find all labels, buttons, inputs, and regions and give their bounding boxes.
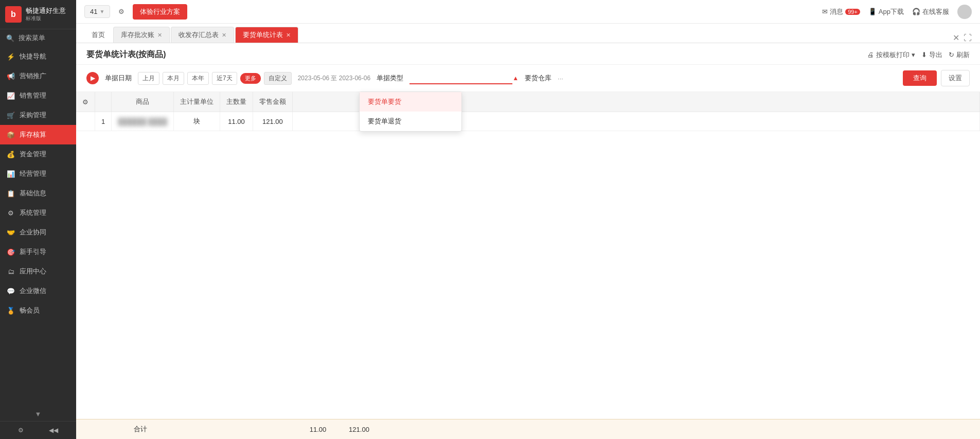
date-more-btn[interactable]: 更多 xyxy=(240,73,261,84)
filter-right-actions: 查询 设置 xyxy=(903,70,970,86)
tab-receipt-summary[interactable]: 收发存汇总表 ✕ xyxy=(171,27,234,43)
topbar-right: ✉ 消息 99+ 📱 App下载 🎧 在线客服 xyxy=(822,5,972,19)
date-last-month-btn[interactable]: 上月 xyxy=(138,72,159,85)
date-filter-group: 上月 本月 本年 近7天 更多 自定义 xyxy=(138,72,292,85)
sidebar-item-enterprise[interactable]: 🤝 企业协同 xyxy=(0,223,76,242)
export-btn[interactable]: ⬇ 导出 xyxy=(921,50,942,60)
sidebar-item-wechat[interactable]: 💬 企业微信 xyxy=(0,281,76,301)
marketing-icon: 📢 xyxy=(6,71,15,81)
date-range-display: 2023-05-06 至 2023-06-06 xyxy=(298,74,370,83)
td-goods: ██████ ████ xyxy=(112,112,174,131)
messages-label: 消息 xyxy=(830,7,843,16)
dropdown-item-order-goods[interactable]: 要货单要货 xyxy=(360,92,461,112)
td-qty: 11.00 xyxy=(220,112,253,131)
sidebar-search[interactable]: 🔍 搜索菜单 xyxy=(0,29,76,47)
topbar-left: 41 ▼ ⚙ 体验行业方案 xyxy=(84,4,814,20)
sidebar-item-finance[interactable]: 💰 资金管理 xyxy=(0,144,76,164)
sidebar-item-operation[interactable]: 📊 经营管理 xyxy=(0,164,76,184)
tab-close-icon[interactable]: ✕ xyxy=(157,32,162,39)
tab-order-stats-label: 要货单统计表 xyxy=(243,30,283,40)
type-filter-input[interactable] xyxy=(409,72,512,84)
gear-icon: ⚙ xyxy=(18,427,24,434)
app-download-label: App下载 xyxy=(879,7,904,16)
sidebar-item-inventory[interactable]: 📦 库存核算 xyxy=(0,125,76,144)
sidebar-item-basic[interactable]: 📋 基础信息 xyxy=(0,184,76,203)
sidebar-item-label: 资金管理 xyxy=(20,150,46,159)
sidebar-collapse-btn[interactable]: ◀◀ xyxy=(49,427,58,434)
headset-icon: 🎧 xyxy=(912,8,920,15)
tab-inventory-batch[interactable]: 库存批次账 ✕ xyxy=(113,27,170,43)
sidebar-item-member[interactable]: 🏅 畅会员 xyxy=(0,301,76,320)
sidebar-bottom: ⚙ ◀◀ xyxy=(0,421,76,439)
messages-btn[interactable]: ✉ 消息 99+ xyxy=(822,7,860,16)
topbar-settings-btn[interactable]: ⚙ xyxy=(114,5,129,19)
print-template-btn[interactable]: 🖨 按模板打印 ▾ xyxy=(867,50,915,60)
dropdown-item-order-return[interactable]: 要货单退货 xyxy=(360,112,461,131)
tab-receipt-summary-label: 收发存汇总表 xyxy=(179,30,219,40)
summary-label: 合计 xyxy=(128,425,153,434)
tab-order-stats[interactable]: 要货单统计表 ✕ xyxy=(235,27,298,43)
close-all-tabs-btn[interactable]: ✕ xyxy=(953,33,959,43)
search-icon: 🔍 xyxy=(6,34,14,42)
sidebar-item-label: 畅会员 xyxy=(20,306,40,315)
date-custom-btn[interactable]: 自定义 xyxy=(264,72,292,85)
sidebar-item-label: 企业协同 xyxy=(20,228,46,237)
sidebar-settings-btn[interactable]: ⚙ xyxy=(18,427,24,434)
sidebar-item-sales[interactable]: 📈 销售管理 xyxy=(0,86,76,105)
tabs-bar: 首页 库存批次账 ✕ 收发存汇总表 ✕ 要货单统计表 ✕ ✕ ⛶ xyxy=(76,24,980,43)
logo-icon: b xyxy=(5,6,22,23)
sidebar-item-label: 系统管理 xyxy=(20,208,46,217)
sidebar-item-marketing[interactable]: 📢 营销推广 xyxy=(0,66,76,86)
store-selector[interactable]: 41 ▼ xyxy=(84,5,110,18)
tab-home[interactable]: 首页 xyxy=(84,27,112,43)
type-dropdown-menu: 要货单要货 要货单退货 xyxy=(359,92,462,132)
type-input-wrap: ▲ xyxy=(409,72,519,84)
th-qty: 主数量 xyxy=(220,92,253,112)
tab-close-icon[interactable]: ✕ xyxy=(286,32,291,39)
content-area: 要货单统计表(按商品) 🖨 按模板打印 ▾ ⬇ 导出 ↻ 刷新 ▶ xyxy=(76,43,980,439)
export-icon: ⬇ xyxy=(921,51,927,59)
messages-badge: 99+ xyxy=(845,9,860,15)
filter-bar: ▶ 单据日期 上月 本月 本年 近7天 更多 自定义 2023-05-06 至 … xyxy=(76,65,980,92)
sidebar-item-system[interactable]: ⚙ 系统管理 xyxy=(0,203,76,223)
table-header-row: ⚙ 商品 主计量单位 主数量 零售金额 xyxy=(76,92,980,112)
export-label: 导出 xyxy=(929,50,942,60)
sidebar-item-label: 应用中心 xyxy=(20,267,46,276)
sidebar-item-purchase[interactable]: 🛒 采购管理 xyxy=(0,105,76,125)
sidebar-scroll-down[interactable]: ▼ xyxy=(0,407,76,421)
page-header: 要货单统计表(按商品) 🖨 按模板打印 ▾ ⬇ 导出 ↻ 刷新 xyxy=(76,43,980,65)
collapse-icon: ◀◀ xyxy=(49,427,58,434)
maximize-tab-btn[interactable]: ⛶ xyxy=(964,33,972,43)
warehouse-more-icon[interactable]: ··· xyxy=(558,75,563,82)
th-goods: 商品 xyxy=(112,92,174,112)
filter-expand-btn[interactable]: ▶ xyxy=(86,72,99,84)
enterprise-icon: 🤝 xyxy=(6,228,15,237)
data-table: ⚙ 商品 主计量单位 主数量 零售金额 1 ██████ ████ 块 xyxy=(76,92,980,131)
operation-icon: 📊 xyxy=(6,169,15,178)
chevron-down-icon: ▾ xyxy=(912,51,915,59)
date-this-month-btn[interactable]: 本月 xyxy=(163,72,184,85)
trial-industry-button[interactable]: 体验行业方案 xyxy=(133,4,187,20)
table-row: 1 ██████ ████ 块 11.00 121.00 xyxy=(76,112,980,131)
th-settings[interactable]: ⚙ xyxy=(76,92,95,112)
sidebar-item-newbie[interactable]: 🎯 新手引导 xyxy=(0,242,76,262)
type-filter-label: 单据类型 xyxy=(377,74,403,83)
date-last-7days-btn[interactable]: 近7天 xyxy=(212,72,237,85)
td-unit: 块 xyxy=(173,112,220,131)
date-this-year-btn[interactable]: 本年 xyxy=(187,72,209,85)
summary-amount: 121.00 xyxy=(338,426,380,433)
user-avatar[interactable] xyxy=(957,5,972,19)
sidebar-item-label: 营销推广 xyxy=(20,71,46,81)
app-sub: 标准版 xyxy=(26,15,66,22)
type-dropdown-arrow-icon[interactable]: ▲ xyxy=(512,75,519,82)
filter-settings-button[interactable]: 设置 xyxy=(941,70,970,86)
app-download-btn[interactable]: 📱 App下载 xyxy=(868,7,904,16)
basic-icon: 📋 xyxy=(6,189,15,198)
topbar: 41 ▼ ⚙ 体验行业方案 ✉ 消息 99+ 📱 App下载 🎧 在线客服 xyxy=(76,0,980,24)
tab-close-icon[interactable]: ✕ xyxy=(222,32,226,39)
query-button[interactable]: 查询 xyxy=(903,70,937,86)
refresh-btn[interactable]: ↻ 刷新 xyxy=(949,50,970,60)
sidebar-item-quick-nav[interactable]: ⚡ 快捷导航 xyxy=(0,47,76,66)
sidebar-item-appstore[interactable]: 🗂 应用中心 xyxy=(0,262,76,281)
online-service-btn[interactable]: 🎧 在线客服 xyxy=(912,7,949,16)
